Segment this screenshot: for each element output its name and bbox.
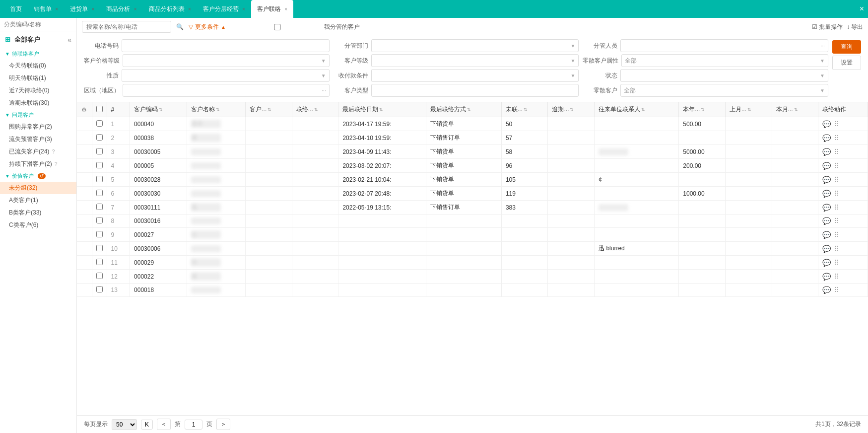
last-method-link[interactable]: 下销货单 xyxy=(430,148,454,155)
price-level-select[interactable]: ▼ xyxy=(123,54,330,67)
retail-customer-select[interactable]: 全部▼ xyxy=(620,84,828,97)
last-method-link[interactable]: 下销货单 xyxy=(430,120,454,127)
last-method-link[interactable]: 下销货单 xyxy=(430,176,454,183)
chat-icon[interactable]: 💬 xyxy=(822,231,831,239)
th-overdue[interactable]: 逾期... ⇅ xyxy=(548,102,595,117)
row-checkbox[interactable] xyxy=(96,217,103,223)
more-icon[interactable]: ⠿ xyxy=(834,273,839,281)
sidebar-item-a-class[interactable]: A类客户(1) xyxy=(0,194,76,207)
row-checkbox[interactable] xyxy=(96,176,103,182)
sidebar-section-problem[interactable]: ▼ 问题客户 xyxy=(0,109,76,121)
dept-select[interactable]: ▼ xyxy=(371,39,579,52)
sidebar-item-declining[interactable]: 持续下滑客户(2) ? xyxy=(0,158,76,170)
more-icon[interactable]: ⠿ xyxy=(834,120,839,128)
last-method-link[interactable]: 下销货单 xyxy=(430,162,454,169)
nav-home[interactable]: 首页 xyxy=(4,0,28,18)
more-icon[interactable]: ⠿ xyxy=(834,162,839,170)
batch-op-btn[interactable]: ☑ 批量操作 xyxy=(812,23,843,31)
sidebar-item-ungroup[interactable]: 未分组(32) xyxy=(0,182,76,194)
chat-icon[interactable]: 💬 xyxy=(822,176,831,184)
status-select[interactable]: ▼ xyxy=(620,69,828,82)
close-all-tabs[interactable]: × xyxy=(860,4,864,13)
my-customers-checkbox[interactable] xyxy=(233,24,322,30)
export-btn[interactable]: ↓ 导出 xyxy=(847,23,863,31)
next-page-btn[interactable]: ＞ xyxy=(216,419,230,430)
chat-icon[interactable]: 💬 xyxy=(822,273,831,281)
chat-icon[interactable]: 💬 xyxy=(822,217,831,225)
sidebar-item-overdue[interactable]: 逾期未联络(30) xyxy=(0,97,76,109)
nav-product-analysis[interactable]: 商品分析 × xyxy=(100,0,142,18)
more-icon[interactable]: ⠿ xyxy=(834,204,839,212)
table-settings-th[interactable]: ⚙ xyxy=(77,102,92,117)
th-contact[interactable]: 联络... ⇅ xyxy=(292,102,338,117)
sidebar-item-7days[interactable]: 近7天待联络(0) xyxy=(0,84,76,97)
th-last-method[interactable]: 最后联络方式 ⇅ xyxy=(426,102,502,117)
nav-sales[interactable]: 销售单 × xyxy=(28,0,64,18)
phone-input[interactable] xyxy=(122,39,330,52)
more-icon[interactable]: ⠿ xyxy=(834,176,839,184)
more-icon[interactable]: ⠿ xyxy=(834,217,839,225)
row-checkbox[interactable] xyxy=(96,190,103,196)
th-type[interactable]: 客户... ⇅ xyxy=(246,102,292,117)
more-icon[interactable]: ⠿ xyxy=(834,259,839,267)
prev-page-btn[interactable]: ＜ xyxy=(157,419,171,430)
nav-purchase[interactable]: 进货单 × xyxy=(64,0,100,18)
more-icon[interactable]: ⠿ xyxy=(834,134,839,142)
last-method-link[interactable]: 下销售订单 xyxy=(430,134,460,141)
page-size-select[interactable]: 50 10 20 100 xyxy=(112,419,137,430)
sidebar-item-churned[interactable]: 已流失客户(24) ? xyxy=(0,145,76,158)
row-checkbox[interactable] xyxy=(96,134,103,141)
region-select[interactable]: ··· xyxy=(123,84,330,97)
chat-icon[interactable]: 💬 xyxy=(822,190,831,198)
first-page-btn[interactable]: K xyxy=(141,420,153,430)
th-code[interactable]: 客户编码 ⇅ xyxy=(130,102,187,117)
chat-icon[interactable]: 💬 xyxy=(822,286,831,294)
search-input[interactable] xyxy=(82,21,171,33)
row-checkbox[interactable] xyxy=(96,245,103,251)
nav-product-analysis-close[interactable]: × xyxy=(134,6,137,12)
sidebar-item-b-class[interactable]: B类客户(33) xyxy=(0,207,76,219)
more-icon[interactable]: ⠿ xyxy=(834,190,839,198)
page-number-input[interactable] xyxy=(185,420,202,430)
payment-select[interactable]: ▼ xyxy=(371,69,579,82)
row-checkbox[interactable] xyxy=(96,273,103,279)
chat-icon[interactable]: 💬 xyxy=(822,245,831,253)
sidebar-item-hoarding[interactable]: 囤购异常客户(2) xyxy=(0,121,76,133)
th-contact-person[interactable]: 往来单位联系人 ⇅ xyxy=(595,102,679,117)
nav-product-analysis-list[interactable]: 商品分析列表 × xyxy=(143,0,197,18)
th-name[interactable]: 客户名称 ⇅ xyxy=(187,102,246,117)
nav-customer-contact[interactable]: 客户联络 × xyxy=(251,0,293,18)
sidebar-item-churn-warning[interactable]: 流失预警客户(3) xyxy=(0,133,76,145)
more-icon[interactable]: ⠿ xyxy=(834,148,839,156)
more-filters-btn[interactable]: ▽ 更多条件 ▲ xyxy=(189,23,226,31)
customer-type-select[interactable] xyxy=(371,84,579,97)
sidebar-all-customers[interactable]: ⊞ 全部客户 « xyxy=(0,31,76,48)
customer-level-select[interactable]: ▼ xyxy=(371,54,579,67)
chat-icon[interactable]: 💬 xyxy=(822,162,831,170)
chat-icon[interactable]: 💬 xyxy=(822,259,831,267)
sidebar-item-tomorrow[interactable]: 明天待联络(1) xyxy=(0,72,76,84)
last-method-link[interactable]: 下销货单 xyxy=(430,190,454,197)
more-icon[interactable]: ⠿ xyxy=(834,231,839,239)
row-checkbox[interactable] xyxy=(96,162,103,168)
row-checkbox[interactable] xyxy=(96,120,103,127)
search-icon[interactable]: 🔍 xyxy=(176,23,184,30)
nav-customer-segment-close[interactable]: × xyxy=(242,6,245,12)
more-icon[interactable]: ⠿ xyxy=(834,245,839,253)
chat-icon[interactable]: 💬 xyxy=(822,148,831,156)
sidebar-section-pending[interactable]: ▼ 待联络客户 xyxy=(0,48,76,60)
query-button[interactable]: 查询 xyxy=(832,40,861,54)
nav-customer-contact-close[interactable]: × xyxy=(284,6,287,12)
row-checkbox[interactable] xyxy=(96,148,103,154)
nav-sales-close[interactable]: × xyxy=(55,6,58,12)
retail-attr-select[interactable]: 全部▼ xyxy=(621,54,828,67)
nature-select[interactable]: ▼ xyxy=(122,69,330,82)
sidebar-search-input[interactable] xyxy=(4,21,77,28)
th-this-month[interactable]: 本月... ⇅ xyxy=(772,102,818,117)
row-checkbox[interactable] xyxy=(96,231,103,237)
sidebar-item-c-class[interactable]: C类客户(6) xyxy=(0,219,76,231)
row-checkbox[interactable] xyxy=(96,259,103,265)
nav-purchase-close[interactable]: × xyxy=(92,6,95,12)
th-this-year[interactable]: 本年... ⇅ xyxy=(679,102,726,117)
reset-button[interactable]: 设置 xyxy=(832,56,861,70)
